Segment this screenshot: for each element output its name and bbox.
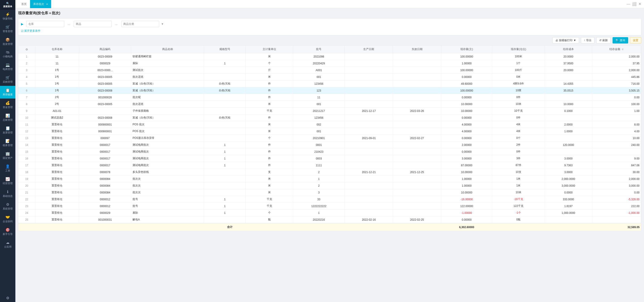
th-total-cost: 结存金额 ①	[592, 46, 641, 53]
footer-amount-total: 32,589.05	[592, 223, 641, 231]
close-window-icon[interactable]: ✕	[638, 2, 641, 6]
sidebar-item-inventory[interactable]: 📋 库存核查	[0, 86, 16, 99]
table-row: 51号0023-00005富减（白色/灭桂）白色/灭桂件12345649.600…	[18, 80, 641, 87]
filter-ellipsis2: ...	[114, 23, 120, 26]
newbie-icon: 🎯	[1, 228, 14, 232]
sidebar-item-collab[interactable]: 🤝 企业协同	[0, 213, 16, 225]
th-index-icon[interactable]: ⊙	[26, 48, 28, 51]
table-row: 22置普裕仓0000012批号1千克33-16.00000-16千克333.00…	[18, 196, 641, 203]
refresh-button[interactable]: ↺ 刷新	[596, 37, 611, 44]
refresh-icon: ↺	[599, 39, 602, 42]
sidebar-search[interactable]: 🔍 搜索菜单	[0, 0, 16, 10]
sidebar-item-cloud[interactable]: ☁ 云应用	[0, 238, 16, 251]
ops-icon: 📈	[1, 177, 14, 181]
filter-collapse-icon[interactable]: ▶	[21, 22, 24, 26]
sidebar-item-ecommerce[interactable]: 💻 电商管理	[0, 61, 16, 73]
th-total-cost-info-icon[interactable]: ①	[622, 48, 624, 51]
sidebar-item-fixed-label: 固定资产	[3, 157, 13, 159]
hr-icon: 👤	[1, 164, 14, 169]
sidebar-item-wholesale[interactable]: 📦 批发管理	[0, 35, 16, 48]
table-row: 23置普裕仓0000012批号1千克1222222222122.00000122…	[18, 203, 641, 210]
search-label: 查询	[620, 39, 625, 42]
tab-close-icon[interactable]: ✕	[46, 3, 48, 6]
export-button[interactable]: ↑ 导出	[581, 37, 594, 44]
restore-icon[interactable]: ⬜	[632, 2, 636, 6]
table-row: 12置普裕仓000900001POS 批次米0014.000004米1.0000…	[18, 128, 641, 135]
sidebar-item-retail[interactable]: 🛒 零售管理	[0, 23, 16, 35]
table-row: 19置普裕仓0000084批次次米11.000001米2,000.00002,0…	[18, 176, 641, 182]
sidebar-item-quicknav-label: 快捷导航	[3, 17, 13, 20]
sidebar-item-basic[interactable]: ℹ 基础信息	[0, 187, 16, 200]
table-row: 24置普裕仓0000029展际1个1-1.00000-1个1,000.0000-…	[18, 210, 641, 216]
th-spec: 规格型号	[204, 46, 246, 53]
sidebar-item-newbie[interactable]: 🎯 新手引导	[0, 225, 16, 238]
sidebar-item-finance[interactable]: 💰 资金管理	[0, 99, 16, 111]
settings-btn-label: 设置	[633, 39, 638, 42]
th-name: 商品名称	[131, 46, 204, 53]
expand-row: ☑ 展开更多条件	[21, 29, 638, 33]
footer-qty-total: 6,302.60000	[441, 223, 492, 231]
collab-icon: 🤝	[1, 215, 14, 219]
finance-icon: 💰	[1, 101, 14, 105]
sidebar-item-tax[interactable]: 📝 税务管理	[0, 137, 16, 149]
page-content: 现存量查询(按仓库＋批次) ▶ ... ... ▼ ☑ 展开更多条件	[16, 8, 644, 302]
table-row: 21置普裕仓0000084批次次米310.0000010米0.00000.00	[18, 189, 641, 196]
export-icon: ↑	[584, 39, 585, 42]
sidebar-settings[interactable]: ⚙	[0, 294, 16, 302]
sidebar-item-hr-label: 工资	[5, 169, 10, 172]
tab-inventory-batch-label: 库存批次	[33, 3, 44, 6]
th-unit-cost: 结存成本	[545, 46, 592, 53]
sidebar-item-fixed[interactable]: 🏢 固定资产	[0, 149, 16, 162]
sidebar-item-newbie-label: 新手引导	[3, 233, 13, 235]
tab-home[interactable]: 首页	[18, 0, 30, 8]
tax-icon: 📝	[1, 139, 14, 143]
th-expire-date: 失效日期	[393, 46, 441, 53]
table-row: 15置普裕仓0000017测试电商批次1件2104230.000000件	[18, 148, 641, 155]
sidebar-item-hr[interactable]: 👤 工资	[0, 162, 16, 175]
sidebar-item-quicknav[interactable]: ⚡ 快捷导航	[0, 10, 16, 23]
print-dropdown-icon: ▼	[574, 39, 576, 42]
wholesale-icon: 📦	[1, 38, 14, 42]
table-row: 41号0023-00005批次适览米0010.000000米445.86	[18, 74, 641, 80]
minimize-icon[interactable]: —	[626, 2, 630, 6]
table-row: 61号0023-00008富减（白色/灭桂）白色/灭桂件123100.00000…	[18, 87, 641, 94]
sidebar-item-ecommerce-small[interactable]: 🛍 小额电商	[0, 48, 16, 61]
th-qty-store: 现存量(仓位)	[492, 46, 545, 53]
table-row: 16置普裕仓0000017测试电商批次1件00033.000003件3.0000…	[18, 155, 641, 162]
sidebar-item-wholesale-label: 批发管理	[3, 43, 13, 45]
sidebar-item-invoice[interactable]: 🧾 发票管理	[0, 124, 16, 137]
category-filter[interactable]	[121, 21, 159, 27]
product-filter[interactable]	[74, 21, 112, 27]
tab-inventory-batch[interactable]: 库存批次 ✕	[30, 0, 51, 8]
expand-conditions-btn[interactable]: ☑ 展开更多条件	[21, 29, 638, 33]
sidebar-item-ops[interactable]: 📈 经营管理	[0, 175, 16, 187]
sidebar-search-label: 搜索菜单	[0, 5, 16, 8]
table-row: 82号0023-00005批次适览米00110.0000010米10.00001…	[18, 101, 641, 108]
th-code: 商品编码	[79, 46, 131, 53]
sidebar-item-general-label: 总账管理	[3, 118, 13, 121]
inventory-icon: 📋	[1, 88, 14, 92]
sidebar-item-system[interactable]: ⚙ 系统管理	[0, 200, 16, 213]
sidebar-item-purchase[interactable]: 🛒 采购管理	[0, 73, 16, 86]
sidebar-item-retail-label: 零售管理	[3, 30, 13, 33]
warehouse-filter[interactable]	[26, 21, 64, 27]
table-row: 13置普裕仓000097POS显示库存异常个202109012021-09-01…	[18, 135, 641, 141]
print-label: 按模板打印	[559, 39, 572, 42]
system-icon: ⚙	[1, 202, 14, 207]
sidebar-item-basic-label: 基础信息	[3, 195, 13, 197]
print-button[interactable]: 🖨 按模板打印 ▼	[552, 37, 579, 44]
th-produce-date: 生产日期	[345, 46, 393, 53]
category-dropdown-icon[interactable]: ▼	[161, 23, 164, 26]
search-icon: 🔍	[6, 2, 10, 5]
print-icon: 🖨	[555, 39, 558, 42]
search-button[interactable]: 🔍 查询	[612, 37, 628, 44]
sidebar-item-inventory-label: 库存核查	[3, 93, 13, 96]
sidebar-item-general[interactable]: 📊 总账管理	[0, 111, 16, 124]
table-row: 72号001000026批次呢件110.000000件0.00	[18, 94, 641, 101]
sidebar: 🔍 搜索菜单 ⚡ 快捷导航 🛒 零售管理 📦 批发管理 🛍 小额电商 💻 电商管…	[0, 0, 16, 302]
settings-button[interactable]: 设置	[630, 37, 641, 44]
top-nav-controls: — ⬜ ✕	[626, 2, 641, 6]
sidebar-item-tax-label: 税务管理	[3, 144, 13, 146]
fixed-icon: 🏢	[1, 152, 14, 156]
expand-conditions-label: 展开更多条件	[24, 29, 40, 33]
